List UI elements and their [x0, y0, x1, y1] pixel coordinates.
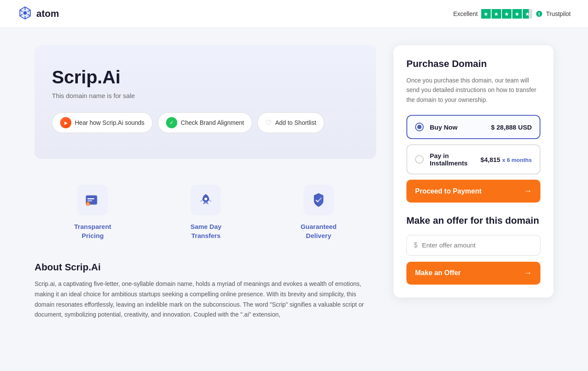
feature-delivery: GuaranteedDelivery — [300, 185, 336, 240]
hear-btn-label: Hear how Scrip.Ai sounds — [75, 119, 144, 126]
add-shortlist-button[interactable]: ♡ Add to Shortlist — [257, 112, 324, 133]
logo-text: atom — [36, 8, 59, 19]
heart-icon: ♡ — [265, 119, 272, 127]
star-3: ★ — [502, 9, 511, 19]
about-text: Scrip.ai, a captivating five-letter, one… — [35, 279, 376, 320]
logo[interactable]: atom — [17, 6, 59, 22]
feature-pricing: $ TransparentPricing — [74, 185, 112, 240]
about-title: About Scrip.Ai — [35, 262, 376, 273]
svg-point-0 — [23, 11, 27, 15]
hear-audio-button[interactable]: ▶ Hear how Scrip.Ai sounds — [52, 112, 153, 133]
feature-transfers-label: Same DayTransfers — [190, 222, 221, 240]
offer-amount-input[interactable] — [422, 241, 533, 249]
svg-rect-12 — [87, 198, 94, 199]
shield-icon-wrap — [304, 185, 334, 215]
offer-btn-label: Make an Offer — [415, 269, 461, 277]
buy-now-option[interactable]: Buy Now $ 28,888 USD — [406, 115, 540, 139]
left-panel: Scrip.Ai This domain name is for sale ▶ … — [35, 45, 376, 337]
offer-title: Make an offer for this domain — [406, 215, 540, 227]
installments-months: x 6 months — [502, 157, 532, 163]
main-container: Scrip.Ai This domain name is for sale ▶ … — [17, 28, 571, 337]
star-2: ★ — [492, 9, 501, 19]
trustpilot-label: Excellent — [453, 10, 478, 17]
purchase-title: Purchase Domain — [406, 58, 540, 70]
star-5: ★ — [523, 9, 532, 19]
svg-text:$: $ — [87, 203, 89, 206]
action-buttons: ▶ Hear how Scrip.Ai sounds ✓ Check Brand… — [52, 112, 359, 133]
rocket-icon-wrap — [191, 185, 221, 215]
proceed-btn-label: Proceed to Payment — [415, 187, 482, 195]
feature-transfers: Same DayTransfers — [190, 185, 221, 240]
installments-option[interactable]: Pay in Installments $4,815 x 6 months — [406, 144, 540, 174]
site-header: atom Excellent ★ ★ ★ ★ ★ t Trustpilot — [0, 0, 588, 28]
proceed-arrow-icon: → — [524, 187, 532, 196]
proceed-payment-button[interactable]: Proceed to Payment → — [406, 180, 540, 203]
domain-title: Scrip.Ai — [52, 67, 359, 88]
installments-radio — [415, 155, 424, 164]
trustpilot-logo-icon: t — [536, 10, 543, 17]
shortlist-btn-label: Add to Shortlist — [275, 119, 316, 126]
trustpilot-brand: Trustpilot — [546, 10, 571, 17]
about-section: About Scrip.Ai Scrip.ai, a captivating f… — [35, 253, 376, 337]
trustpilot-stars: ★ ★ ★ ★ ★ — [481, 9, 532, 19]
features-section: $ TransparentPricing Same DayTransfer — [35, 172, 376, 253]
feature-delivery-label: GuaranteedDelivery — [300, 222, 336, 240]
purchase-description: Once you purchase this domain, our team … — [406, 76, 540, 105]
logo-icon — [17, 6, 33, 22]
brand-btn-label: Check Brand Alignment — [181, 119, 244, 126]
buy-now-price: $ 28,888 USD — [491, 124, 532, 131]
buy-now-label: Buy Now — [430, 124, 485, 131]
shield-icon — [310, 191, 327, 209]
radio-inner — [417, 125, 422, 129]
purchase-card: Purchase Domain Once you purchase this d… — [393, 45, 553, 298]
rocket-icon — [197, 191, 214, 209]
billing-icon-wrap: $ — [77, 185, 108, 215]
installments-label: Pay in Installments — [430, 152, 474, 167]
offer-input-wrap: $ — [406, 235, 540, 256]
make-offer-button[interactable]: Make an Offer → — [406, 262, 540, 285]
svg-rect-13 — [87, 200, 92, 201]
installments-price-amount: $4,815 — [480, 156, 500, 163]
installments-price: $4,815 x 6 months — [480, 156, 532, 163]
buy-now-radio — [415, 123, 424, 131]
play-icon: ▶ — [60, 117, 71, 128]
billing-icon: $ — [84, 191, 101, 209]
svg-point-16 — [205, 197, 207, 200]
star-1: ★ — [481, 9, 491, 19]
check-icon: ✓ — [166, 117, 177, 128]
check-brand-button[interactable]: ✓ Check Brand Alignment — [158, 112, 252, 133]
right-panel: Purchase Domain Once you purchase this d… — [393, 45, 553, 298]
hero-section: Scrip.Ai This domain name is for sale ▶ … — [35, 45, 376, 159]
dollar-sign-icon: $ — [414, 241, 418, 249]
offer-arrow-icon: → — [524, 269, 532, 278]
trustpilot-badge: Excellent ★ ★ ★ ★ ★ t Trustpilot — [453, 9, 571, 19]
feature-pricing-label: TransparentPricing — [74, 222, 112, 240]
star-4: ★ — [512, 9, 522, 19]
domain-subtitle: This domain name is for sale — [52, 92, 359, 99]
